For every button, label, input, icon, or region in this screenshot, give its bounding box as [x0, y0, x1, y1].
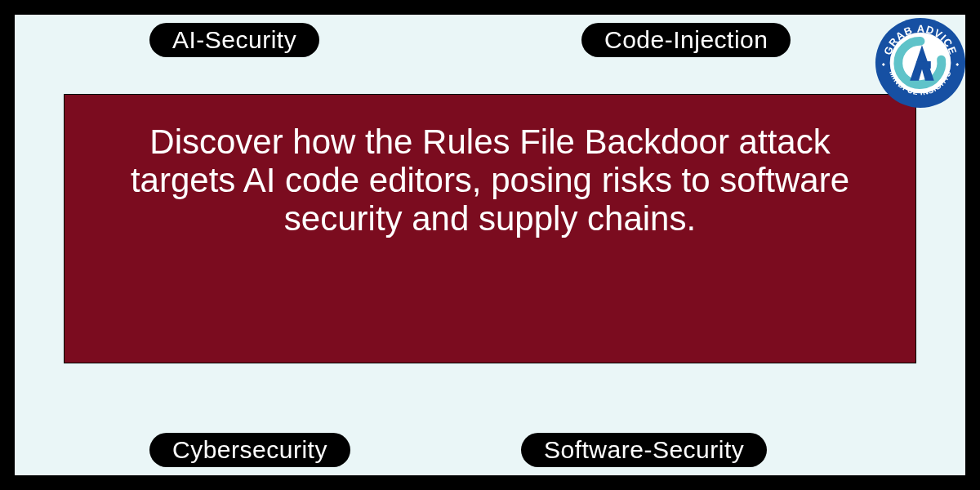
card-frame: AI-Security Code-Injection Cybersecurity…	[15, 15, 965, 475]
hero-text: Discover how the Rules File Backdoor att…	[98, 122, 882, 238]
hero-panel: Discover how the Rules File Backdoor att…	[64, 94, 916, 363]
tag-code-injection[interactable]: Code-Injection	[581, 23, 791, 57]
svg-rect-4	[916, 61, 931, 69]
brand-badge: GRAB ADVICE MINDFUL INSIGHTS	[872, 15, 969, 111]
tag-software-security[interactable]: Software-Security	[521, 433, 767, 467]
tag-ai-security[interactable]: AI-Security	[149, 23, 319, 57]
tag-cybersecurity[interactable]: Cybersecurity	[149, 433, 350, 467]
